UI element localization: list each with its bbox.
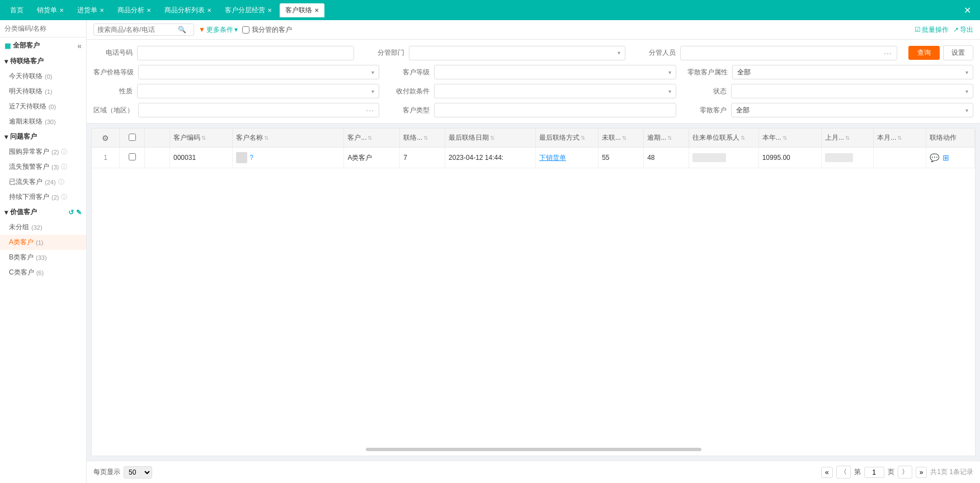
tab-product-analysis-close-icon[interactable]: ✕: [147, 7, 151, 13]
first-page-button[interactable]: «: [821, 467, 833, 478]
tab-purchase-order[interactable]: 进货单 ✕: [72, 3, 110, 17]
filter-scatter-cust-label: 零散客户: [687, 106, 727, 115]
sidebar-item-today-pending[interactable]: 今天待联络 (0): [0, 69, 86, 84]
th-contact-num-sort-icon[interactable]: ⇅: [423, 135, 428, 141]
sidebar-item-declining[interactable]: 持续下滑客户 (2) ⓘ: [0, 190, 86, 205]
filter-dept-select[interactable]: ▾: [409, 46, 626, 60]
my-customers-checkbox[interactable]: [242, 26, 249, 34]
filter-region-select[interactable]: ···: [138, 103, 379, 117]
row-checkbox[interactable]: [129, 153, 136, 160]
gear-settings-icon[interactable]: ⚙: [102, 134, 109, 143]
sidebar-collapse-icon[interactable]: «: [77, 41, 82, 50]
next-page-button[interactable]: 〉: [898, 466, 912, 479]
filter-payment-field: 收付款条件 ▾: [390, 84, 676, 98]
sidebar-overdue-contact-label: 逾期未联络: [9, 117, 43, 126]
sidebar-item-c-class[interactable]: C类客户 (6): [0, 265, 86, 280]
tab-product-list-label: 商品分析列表: [164, 6, 205, 15]
sidebar-search-input[interactable]: [4, 25, 87, 32]
customer-name[interactable]: ?: [249, 154, 253, 162]
sidebar-b-class-label: B类客户: [9, 253, 34, 262]
filter-status-select[interactable]: ▾: [731, 84, 973, 98]
prev-page-button[interactable]: 〈: [836, 466, 851, 479]
tab-customer-tier-close-icon[interactable]: ✕: [267, 7, 272, 13]
settings-button[interactable]: 设置: [943, 45, 973, 60]
search-input[interactable]: [97, 26, 176, 34]
sidebar-value-refresh-icon[interactable]: ↺: [68, 209, 74, 216]
sidebar-all-customers[interactable]: ▦ 全部客户 «: [0, 37, 86, 54]
sidebar-section-problem[interactable]: ▾ 问题客户: [0, 129, 86, 144]
sidebar-section-value[interactable]: ▾ 价值客户 ↺ ✎: [0, 205, 86, 220]
filter-scatter-attr-select[interactable]: 全部 ▾: [732, 65, 973, 79]
batch-op-button[interactable]: ☑ 批量操作: [915, 25, 949, 35]
th-contact-num: 联络... ⇅: [400, 129, 445, 148]
tab-sales-close-icon[interactable]: ✕: [59, 7, 64, 13]
tab-customer-tier[interactable]: 客户分层经营 ✕: [219, 3, 277, 17]
query-button[interactable]: 查询: [908, 46, 940, 60]
td-action: 💬 ⊞: [926, 148, 974, 168]
tab-product-analysis-list[interactable]: 商品分析列表 ✕: [159, 3, 217, 17]
filter-cust-level-select[interactable]: ▾: [434, 65, 676, 79]
filter-cust-type-input[interactable]: [434, 103, 676, 117]
tab-product-analysis[interactable]: 商品分析 ✕: [112, 3, 157, 17]
filter-row-4: 区域（地区） ··· 客户类型 零散客户 全部 ▾: [93, 103, 973, 117]
th-last-date-sort-icon[interactable]: ⇅: [490, 135, 494, 141]
tab-customer-contact[interactable]: 客户联络 ✕: [280, 3, 324, 17]
filter-nature-select[interactable]: ▾: [137, 84, 379, 98]
page-of-label: 页: [888, 467, 894, 477]
sidebar-item-churned[interactable]: 已流失客户 (24) ⓘ: [0, 174, 86, 190]
th-unit-contact-sort-icon[interactable]: ⇅: [741, 135, 745, 141]
tab-home[interactable]: 首页: [4, 3, 29, 17]
page-number-input[interactable]: [864, 467, 884, 478]
tab-purchase-close-icon[interactable]: ✕: [100, 7, 104, 13]
last-method-link[interactable]: 下销货单: [539, 154, 566, 162]
filter-price-level-select[interactable]: ▾: [138, 65, 379, 79]
th-cust-type-sort-icon[interactable]: ⇅: [368, 135, 372, 141]
th-code-sort-icon[interactable]: ⇅: [201, 135, 206, 141]
th-year-amount-sort-icon[interactable]: ⇅: [783, 135, 787, 141]
sidebar-item-hoarding[interactable]: 囤购异常客户 (2) ⓘ: [0, 144, 86, 159]
filter-phone-input[interactable]: [137, 46, 354, 60]
th-gear[interactable]: ⚙: [92, 129, 120, 148]
th-year-amount-label: 本年...: [762, 133, 781, 143]
tab-sales-order[interactable]: 销货单 ✕: [31, 3, 69, 17]
sidebar-item-tomorrow-pending[interactable]: 明天待联络 (1): [0, 84, 86, 99]
th-name-sort-icon[interactable]: ⇅: [264, 135, 268, 141]
th-action-label: 联络动作: [930, 134, 957, 141]
page-size-select[interactable]: 10 20 50 100: [124, 466, 152, 479]
sidebar-item-unclassified[interactable]: 未分组 (32): [0, 220, 86, 235]
th-no-contact-sort-icon[interactable]: ⇅: [622, 135, 626, 141]
search-icon[interactable]: 🔍: [178, 26, 186, 34]
select-all-checkbox[interactable]: [129, 134, 136, 141]
th-last-method: 最后联络方式 ⇅: [536, 129, 599, 148]
more-filters-button[interactable]: ▼ 更多条件 ▾: [199, 25, 238, 35]
sidebar-section-pending[interactable]: ▾ 待联络客户: [0, 54, 86, 69]
th-overdue-sort-icon[interactable]: ⇅: [667, 135, 672, 141]
tab-product-list-close-icon[interactable]: ✕: [207, 7, 211, 13]
th-seq: [145, 129, 170, 148]
th-this-month-sort-icon[interactable]: ⇅: [897, 135, 902, 141]
close-all-tabs-button[interactable]: ✕: [959, 5, 976, 16]
chat-action-icon[interactable]: 💬: [930, 153, 939, 162]
sidebar-item-b-class[interactable]: B类客户 (33): [0, 250, 86, 265]
sidebar-item-churn-warning[interactable]: 流失预警客户 (3) ⓘ: [0, 159, 86, 174]
sidebar-item-a-class[interactable]: A类客户 (1): [0, 235, 86, 250]
customer-type-value: A类客户: [347, 154, 372, 162]
filter-manager-input[interactable]: ···: [680, 46, 897, 60]
td-last-method: 下销货单: [536, 148, 599, 168]
no-contact-value: 55: [602, 154, 609, 162]
qr-action-icon[interactable]: ⊞: [943, 153, 949, 162]
sidebar-today-count: (0): [45, 73, 52, 80]
filter-payment-select[interactable]: ▾: [434, 84, 676, 98]
sidebar-item-overdue-contact[interactable]: 逾期未联络 (30): [0, 114, 86, 129]
filter-cust-type-field: 客户类型: [390, 103, 676, 117]
export-button[interactable]: ↗ 导出: [953, 25, 973, 35]
horizontal-scrollbar[interactable]: [366, 448, 701, 451]
last-page-button[interactable]: »: [916, 467, 927, 478]
sidebar-value-edit-icon[interactable]: ✎: [76, 209, 82, 216]
filter-scatter-cust-select[interactable]: 全部 ▾: [731, 103, 973, 117]
th-last-method-sort-icon[interactable]: ⇅: [581, 135, 585, 141]
sidebar-item-7day-pending[interactable]: 近7天待联络 (0): [0, 99, 86, 114]
tab-customer-contact-close-icon[interactable]: ✕: [314, 7, 319, 13]
th-last-month-sort-icon[interactable]: ⇅: [845, 135, 850, 141]
my-customers-checkbox-container: 我分管的客户: [242, 25, 292, 35]
